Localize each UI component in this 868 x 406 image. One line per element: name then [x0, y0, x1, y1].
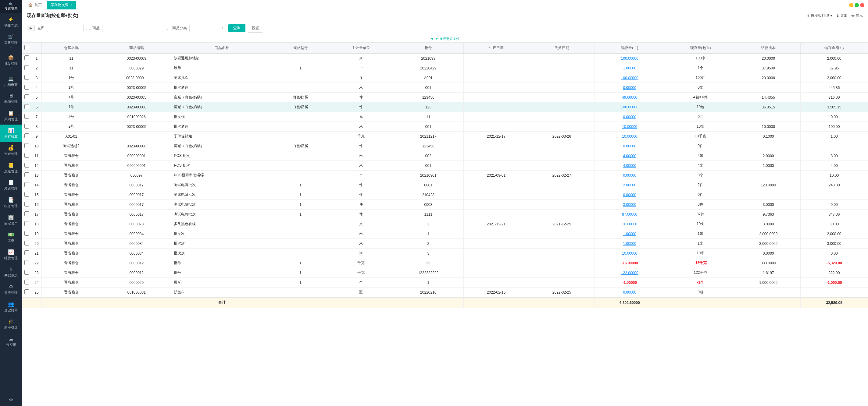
print-btn[interactable]: 🖨 按模板打印 ▼ — [806, 13, 833, 18]
row-qty-main[interactable]: 10.00000 — [594, 122, 664, 132]
sidebar-item-purchase[interactable]: 📋 采购管理 — [0, 107, 22, 125]
row-qty-main[interactable]: 1.00000 — [594, 229, 664, 239]
maximize-button[interactable] — [855, 3, 859, 7]
sidebar-item-finance[interactable]: 💰 资金管理 — [0, 142, 22, 159]
row-checkbox[interactable] — [24, 65, 29, 70]
sidebar-item-guide[interactable]: 🎓 新手引导 — [0, 315, 22, 333]
sidebar-item-basicinfo[interactable]: ℹ 基础信息 — [0, 264, 22, 281]
tab-close-icon[interactable]: × — [70, 3, 72, 7]
row-checkbox[interactable] — [24, 182, 29, 187]
display-btn[interactable]: 👁 显示 — [851, 13, 863, 18]
row-checkbox[interactable] — [24, 163, 29, 168]
row-checkbox-cell[interactable] — [22, 141, 32, 151]
row-checkbox-cell[interactable] — [22, 83, 32, 93]
row-checkbox-cell[interactable] — [22, 287, 32, 298]
row-checkbox[interactable] — [24, 172, 29, 177]
row-qty-main[interactable]: 0.00000 — [594, 190, 664, 200]
row-checkbox[interactable] — [24, 104, 29, 109]
row-checkbox-cell[interactable] — [22, 102, 32, 112]
row-qty-main[interactable]: 3.00000 — [594, 200, 664, 209]
row-checkbox-cell[interactable] — [22, 229, 32, 239]
sidebar-item-asset[interactable]: 🏢 固定资产 — [0, 211, 22, 229]
row-qty-main[interactable]: 1.00000 — [594, 239, 664, 248]
row-checkbox-cell[interactable] — [22, 122, 32, 132]
sidebar-settings[interactable]: ⚙ — [0, 393, 22, 406]
sidebar-item-cloud[interactable]: ☁ 云应用 — [0, 333, 22, 350]
row-checkbox[interactable] — [24, 75, 29, 80]
row-checkbox-cell[interactable] — [22, 151, 32, 161]
row-checkbox[interactable] — [24, 56, 29, 60]
row-qty-main[interactable]: 10.00000 — [594, 248, 664, 258]
warehouse-input[interactable] — [47, 25, 84, 32]
sidebar-item-salary[interactable]: 💵 工资 — [0, 229, 22, 246]
search-button[interactable]: 查询 — [228, 24, 245, 32]
goods-input[interactable] — [102, 25, 163, 32]
row-checkbox[interactable] — [24, 211, 29, 216]
expand-conditions-button[interactable]: ▼ ▼ 展开更多条件 — [431, 37, 460, 41]
row-qty-main[interactable]: 0.00000 — [594, 287, 664, 298]
row-qty-main[interactable]: 100.00000 — [594, 102, 664, 112]
row-checkbox[interactable] — [24, 231, 29, 236]
row-qty-main[interactable]: 2.00000 — [594, 180, 664, 190]
sidebar-item-mgmt[interactable]: 📈 经营管理 — [0, 246, 22, 264]
sidebar-search[interactable]: 🔍 搜索菜单 — [0, 0, 22, 13]
row-checkbox-cell[interactable] — [22, 161, 32, 171]
row-checkbox[interactable] — [24, 124, 29, 129]
row-checkbox-cell[interactable] — [22, 200, 32, 209]
sidebar-item-ecom[interactable]: 🖥 电商管理 — [0, 90, 22, 107]
row-checkbox[interactable] — [24, 94, 29, 99]
goods-category-select[interactable] — [189, 25, 226, 32]
row-checkbox-cell[interactable] — [22, 63, 32, 73]
filter-expand-btn[interactable]: ▶ — [27, 25, 35, 31]
row-checkbox-cell[interactable] — [22, 258, 32, 268]
sidebar-item-micro-ecom[interactable]: 💻 小额电商 — [0, 73, 22, 90]
sidebar-item-ledger[interactable]: 📒 总账管理 — [0, 159, 22, 177]
row-checkbox-cell[interactable] — [22, 239, 32, 248]
minimize-button[interactable] — [849, 3, 854, 7]
tab-home[interactable]: 🏠 首页 — [24, 1, 45, 9]
row-qty-main[interactable]: 100.00000 — [594, 54, 664, 63]
row-checkbox[interactable] — [24, 202, 29, 206]
row-checkbox[interactable] — [24, 133, 29, 138]
tab-inventory-batch[interactable]: 库存批次查 × — [46, 1, 76, 9]
row-qty-main[interactable]: -16.00000 — [594, 258, 664, 268]
row-checkbox-cell[interactable] — [22, 268, 32, 278]
row-qty-main[interactable]: 4.00000 — [594, 151, 664, 161]
row-qty-main[interactable]: 100.00000 — [594, 73, 664, 83]
row-checkbox[interactable] — [24, 241, 29, 245]
row-qty-main[interactable]: 87.00000 — [594, 209, 664, 219]
select-all-checkbox[interactable] — [24, 45, 29, 50]
row-checkbox[interactable] — [24, 270, 29, 275]
row-checkbox-cell[interactable] — [22, 180, 32, 190]
row-qty-main[interactable]: -1.00000 — [594, 278, 664, 287]
row-qty-main[interactable]: 0.00000 — [594, 83, 664, 93]
row-qty-main[interactable]: 0.00000 — [594, 141, 664, 151]
setting-button[interactable]: 设置 — [248, 24, 263, 33]
row-checkbox[interactable] — [24, 250, 29, 255]
row-qty-main[interactable]: 4.00000 — [594, 161, 664, 171]
row-qty-main[interactable]: 1.00000 — [594, 63, 664, 73]
sidebar-item-invoice[interactable]: 🧾 发票管理 — [0, 177, 22, 194]
row-checkbox-cell[interactable] — [22, 219, 32, 229]
sidebar-item-wholesale[interactable]: 📦 批发管理 ▼ — [0, 52, 22, 73]
row-qty-main[interactable]: 49.60000 — [594, 93, 664, 102]
row-qty-main[interactable]: 122.00000 — [594, 268, 664, 278]
row-checkbox-cell[interactable] — [22, 73, 32, 83]
row-checkbox[interactable] — [24, 289, 29, 294]
sidebar-item-tax[interactable]: 📑 税务管理 — [0, 194, 22, 211]
row-qty-main[interactable]: 0.00000 — [594, 112, 664, 122]
row-checkbox-cell[interactable] — [22, 278, 32, 287]
row-qty-main[interactable]: 10.00000 — [594, 132, 664, 141]
row-checkbox-cell[interactable] — [22, 132, 32, 141]
row-checkbox-cell[interactable] — [22, 93, 32, 102]
row-checkbox[interactable] — [24, 143, 29, 148]
sidebar-item-retail[interactable]: 🛒 零售管理 ▼ — [0, 31, 22, 52]
sidebar-item-nav[interactable]: ⚡ 快捷导航 — [0, 13, 22, 31]
sidebar-item-collab[interactable]: 👥 企业协同 — [0, 298, 22, 315]
row-checkbox-cell[interactable] — [22, 54, 32, 63]
row-checkbox[interactable] — [24, 280, 29, 284]
sidebar-item-inventory[interactable]: 📊 库存核算 — [0, 125, 22, 142]
row-qty-main[interactable]: 0.00000 — [594, 171, 664, 180]
row-checkbox-cell[interactable] — [22, 209, 32, 219]
sidebar-item-sysmgmt[interactable]: ⚙ 系统管理 — [0, 281, 22, 298]
